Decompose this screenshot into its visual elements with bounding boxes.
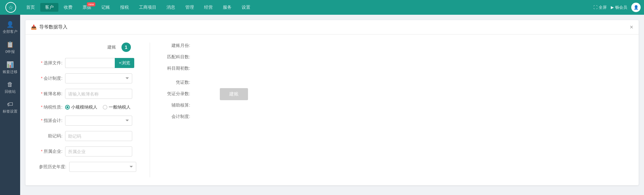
accounting-system-select[interactable] [65,73,132,83]
nav-manage[interactable]: 管理 [181,3,199,12]
dialog-header: 📥 导爷数据导入 × [26,20,639,35]
nav-home[interactable]: 首页 [21,3,40,12]
ledger-name-label: 账簿名称: [39,91,62,97]
voucher-count-label: 凭证数: [163,79,190,85]
declaration-icon: 📋 [6,41,14,48]
accountant-select[interactable] [65,116,132,126]
build-account-button[interactable]: 建账 [220,88,248,100]
dialog-body: 建账 1 选择文件: +浏览 会计制度: [26,35,639,185]
fullscreen-icon: ⛶ [593,5,597,10]
tax-type-radio-group: 小规模纳税人 一般纳税人 [65,104,131,110]
right-panel: 建账月份: 匹配科目数: 科目期初数: [150,43,248,177]
memo-code-input[interactable] [65,131,132,141]
tax-type-label: 纳税性质: [39,104,62,110]
nav-fee[interactable]: 收费 [59,3,77,12]
nav-right: ⛶ 全屏 ▶ 畅会员 👤 [593,3,641,12]
nav-operation[interactable]: 经营 [199,3,217,12]
build-month-row: 建账月份: [163,43,248,49]
sidebar-item-all-clients[interactable]: 👤 全部客户 [0,18,20,37]
browse-button[interactable]: +浏览 [115,58,134,68]
sidebar-item-recycle[interactable]: 🗑 回收站 [0,78,20,97]
step-circle: 1 [121,43,131,52]
radio-general-label: 一般纳税人 [109,104,131,110]
logo-icon: ☆ [5,2,16,13]
accountant-row: 指派会计: [39,116,136,126]
build-month-label: 建账月份: [163,43,190,49]
content-area: 📥 导爷数据导入 × 建账 1 选择文件 [20,15,644,195]
reference-year-select[interactable] [69,162,136,172]
tax-type-small[interactable]: 小规模纳税人 [65,104,97,110]
right-accounting-system-label: 会计制度: [163,114,190,120]
recycle-icon: 🗑 [7,81,13,88]
company-label: 所属企业: [39,148,62,154]
nav-tax[interactable]: 报税 [115,3,134,12]
radio-small-dot [65,105,70,110]
tax-type-general[interactable]: 一般纳税人 [103,104,131,110]
vip-btn[interactable]: ▶ 畅会员 [611,5,627,10]
tag-settings-icon: 🏷 [7,101,13,108]
nav-invoice[interactable]: 票据 new [78,3,96,12]
nav-settings[interactable]: 设置 [237,3,255,12]
declaration-label: 0申报 [5,49,15,54]
vip-icon: ▶ [611,5,614,10]
fullscreen-btn[interactable]: ⛶ 全屏 [593,5,607,10]
right-accounting-system-row: 会计制度: [163,114,193,120]
voucher-entry-row: 凭证分录数: [163,91,193,97]
file-select-label: 选择文件: [39,60,62,66]
nav-client[interactable]: 客户 [40,3,58,12]
account-migrate-label: 账套迁移 [3,69,17,74]
dialog-title: 导爷数据导入 [39,24,67,30]
subject-initial-row: 科目期初数: [163,65,248,71]
radio-small-inner [66,106,68,108]
nav-service[interactable]: 服务 [218,3,236,12]
radio-small-label: 小规模纳税人 [71,104,97,110]
nav-items: 首页 客户 收费 票据 new 记账 报税 工商项目 消息 管理 经营 服务 设… [21,3,593,12]
app-logo[interactable]: ☆ [3,0,18,15]
invoice-badge: new [87,2,95,6]
ledger-name-input[interactable] [65,89,132,99]
tax-type-row: 纳税性质: 小规模纳税人 一般纳税人 [39,104,136,110]
recycle-label: 回收站 [5,89,16,94]
file-text-input[interactable] [65,58,115,68]
reference-year-row: 参照历史年度: [39,162,136,172]
company-input[interactable] [65,146,132,156]
fullscreen-label: 全屏 [599,5,607,10]
dialog-title-icon: 📥 [31,24,37,30]
avatar-icon: 👤 [634,5,639,10]
accountant-label: 指派会计: [39,118,62,124]
nav-message[interactable]: 消息 [162,3,180,12]
match-subjects-row: 匹配科目数: [163,54,248,60]
file-select-row: 选择文件: +浏览 [39,58,136,68]
voucher-entry-label: 凭证分录数: [163,91,190,97]
voucher-count-row: 凭证数: [163,79,193,85]
sidebar-item-tag-settings[interactable]: 🏷 标签设置 [0,98,20,117]
radio-general-dot [103,105,107,110]
sidebar-item-declaration[interactable]: 📋 0申报 [0,38,20,57]
match-subjects-label: 匹配科目数: [163,54,190,60]
tag-settings-label: 标签设置 [3,109,17,114]
all-clients-icon: 👤 [6,21,14,28]
sidebar: 👤 全部客户 📋 0申报 📊 账套迁移 🗑 回收站 🏷 标签设置 [0,15,20,195]
nav-ledger[interactable]: 记账 [97,3,115,12]
accounting-system-row: 会计制度: [39,73,136,83]
aux-accounting-label: 辅助核算: [163,102,190,108]
subject-initial-label: 科目期初数: [163,65,190,71]
import-dialog: 📥 导爷数据导入 × 建账 1 选择文件 [26,20,639,185]
ledger-name-row: 账簿名称: [39,89,136,99]
close-button[interactable]: × [630,24,633,30]
vip-label: 畅会员 [615,5,627,10]
step-label: 建账 [107,44,116,50]
memo-code-label: 助记码: [39,133,62,139]
nav-industry[interactable]: 工商项目 [134,3,161,12]
reference-year-label: 参照历史年度: [39,164,66,170]
company-row: 所属企业: [39,146,136,156]
accounting-system-label: 会计制度: [39,75,62,81]
main-layout: 👤 全部客户 📋 0申报 📊 账套迁移 🗑 回收站 🏷 标签设置 📥 导爷数据导… [0,15,644,195]
all-clients-label: 全部客户 [3,29,17,34]
account-migrate-icon: 📊 [6,61,14,68]
sidebar-item-account-migrate[interactable]: 📊 账套迁移 [0,58,20,77]
memo-code-row: 助记码: [39,131,136,141]
aux-accounting-row: 辅助核算: [163,102,193,108]
user-avatar[interactable]: 👤 [631,3,641,12]
top-nav: ☆ 首页 客户 收费 票据 new 记账 报税 工商项目 消息 管理 经营 服务… [0,0,644,15]
